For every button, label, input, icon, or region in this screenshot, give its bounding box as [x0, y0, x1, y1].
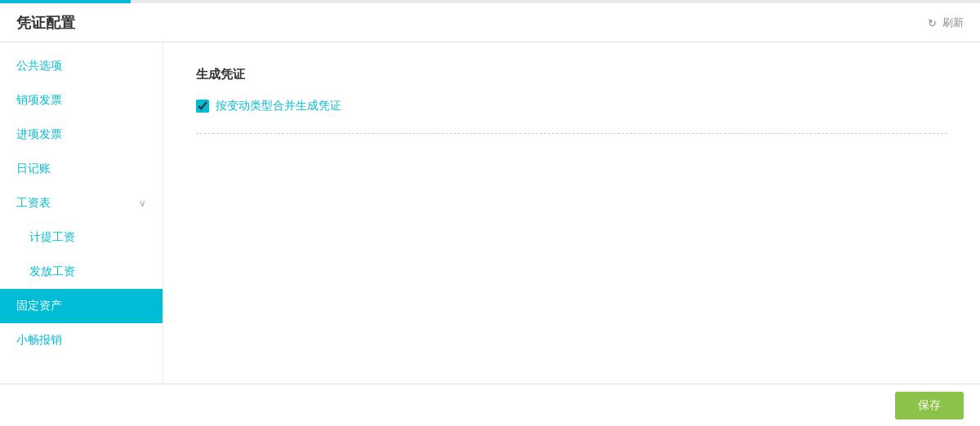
- sidebar-item-label: 计提工资: [29, 230, 75, 245]
- section-divider: [196, 133, 947, 134]
- refresh-label: 刷新: [942, 16, 964, 30]
- sidebar-item-fixed-assets[interactable]: 固定资产: [0, 289, 163, 323]
- checkbox-row: 按变动类型合并生成凭证: [196, 99, 947, 113]
- page-footer: 保存: [0, 384, 980, 426]
- sidebar: 公共选项销项发票进项发票日记账工资表∨计提工资发放工资固定资产小畅报销: [0, 42, 163, 384]
- sidebar-item-sales-invoice[interactable]: 销项发票: [0, 83, 163, 118]
- page-header: 凭证配置 ↻ 刷新: [0, 3, 980, 42]
- sidebar-item-label: 日记账: [16, 162, 51, 176]
- checkbox-label[interactable]: 按变动类型合并生成凭证: [216, 99, 341, 113]
- sidebar-item-label: 发放工资: [29, 264, 75, 279]
- sidebar-item-payroll-pay[interactable]: 发放工资: [0, 255, 163, 289]
- sidebar-item-label: 工资表: [16, 196, 51, 211]
- refresh-button[interactable]: ↻ 刷新: [928, 16, 964, 30]
- sidebar-item-public-options[interactable]: 公共选项: [0, 49, 163, 83]
- sidebar-item-expense-reimbursement[interactable]: 小畅报销: [0, 323, 163, 357]
- refresh-icon: ↻: [928, 17, 939, 29]
- sidebar-item-label: 进项发票: [16, 127, 62, 142]
- sidebar-item-payroll-accrual[interactable]: 计提工资: [0, 220, 163, 255]
- section-title: 生成凭证: [196, 67, 947, 82]
- page-title: 凭证配置: [16, 13, 75, 33]
- sidebar-item-label: 小畅报销: [16, 333, 62, 348]
- main-layout: 公共选项销项发票进项发票日记账工资表∨计提工资发放工资固定资产小畅报销 生成凭证…: [0, 42, 980, 384]
- sidebar-item-payroll-table[interactable]: 工资表∨: [0, 186, 163, 220]
- top-tab-bar: [0, 0, 980, 3]
- sidebar-item-label: 固定资产: [16, 299, 62, 313]
- sidebar-item-journal[interactable]: 日记账: [0, 152, 163, 186]
- chevron-down-icon: ∨: [139, 197, 146, 209]
- sidebar-item-label: 公共选项: [16, 59, 62, 73]
- merge-by-type-checkbox[interactable]: [196, 100, 209, 113]
- sidebar-item-purchase-invoice[interactable]: 进项发票: [0, 118, 163, 152]
- content-area: 生成凭证 按变动类型合并生成凭证: [163, 42, 980, 384]
- active-tab-indicator: [0, 0, 131, 3]
- save-button[interactable]: 保存: [895, 392, 964, 419]
- sidebar-item-label: 销项发票: [16, 93, 62, 108]
